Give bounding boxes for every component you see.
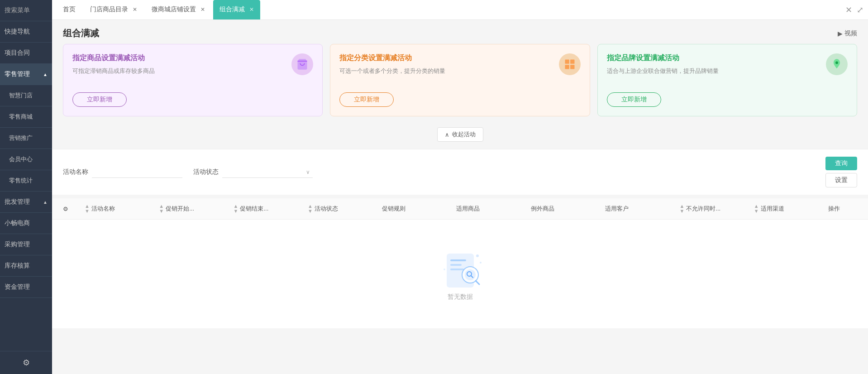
tabbar: 首页 门店商品目录 ✕ 微商城店铺设置 ✕ 组合满减 ✕ ✕ ⤢ <box>52 0 868 20</box>
sidebar-item-wholesale[interactable]: 批发管理 ▲ <box>0 192 52 213</box>
page-header: 组合满减 ▶ 视频 <box>52 20 868 44</box>
card-category-desc: 可选一个或者多个分类，提升分类的销量 <box>339 67 580 76</box>
svg-rect-7 <box>450 259 466 261</box>
table-header: ⚙ ▲▼ 活动名称 ▲▼ 促销开始... ▲▼ 促销结束... ▲▼ 活动状态 <box>52 198 868 220</box>
sidebar-item-members[interactable]: 会员中心 <box>0 149 52 170</box>
sidebar-item-contract[interactable]: 项目合同 <box>0 43 52 64</box>
sort-status-icon: ▲▼ <box>308 204 313 214</box>
main-content: 首页 门店商品目录 ✕ 微商城店铺设置 ✕ 组合满减 ✕ ✕ ⤢ 组合满减 ▶ … <box>52 0 868 374</box>
empty-illustration <box>438 247 483 288</box>
close-window-icon[interactable]: ✕ <box>845 5 852 15</box>
svg-point-11 <box>465 269 476 280</box>
svg-rect-4 <box>570 65 574 69</box>
card-product-title: 指定商品设置满减活动 <box>72 53 313 63</box>
card-brand-btn[interactable]: 立即新增 <box>607 92 661 107</box>
filter-area: 活动名称 活动状态 ∨ 查询 设置 <box>52 149 868 195</box>
settings-button[interactable]: 设置 <box>825 173 857 187</box>
query-button[interactable]: 查询 <box>825 157 857 170</box>
sort-name-icon: ▲▼ <box>85 204 90 214</box>
wholesale-arrow-icon: ▲ <box>43 200 48 205</box>
filter-name-input[interactable] <box>92 167 182 178</box>
sidebar-item-inventory[interactable]: 库存核算 <box>0 255 52 277</box>
th-name: ▲▼ 活动名称 <box>81 198 155 219</box>
card-category-btn[interactable]: 立即新增 <box>339 92 394 107</box>
sidebar-item-quicknav[interactable]: 快捷导航 <box>0 21 52 43</box>
sidebar-item-finance[interactable]: 资金管理 <box>0 277 52 298</box>
svg-point-5 <box>835 62 838 64</box>
svg-rect-3 <box>565 65 569 69</box>
card-category-title: 指定分类设置满减活动 <box>339 53 580 63</box>
collapse-arrow-icon: ∧ <box>445 131 449 138</box>
card-category-icon <box>559 53 581 75</box>
card-brand-desc: 适合与上游企业联合做营销，提升品牌销量 <box>607 67 848 76</box>
close-combo-discount-icon[interactable]: ✕ <box>249 6 254 13</box>
filter-status-select-wrapper: ∨ <box>222 167 313 178</box>
svg-rect-1 <box>565 60 569 64</box>
filter-status-item: 活动状态 ∨ <box>193 167 313 178</box>
filter-status-select[interactable] <box>222 167 313 178</box>
expand-arrow-icon: ▲ <box>43 72 48 77</box>
card-brand: 指定品牌设置满减活动 适合与上游企业联合做营销，提升品牌销量 立即新增 <box>597 44 857 116</box>
th-rule: 促销规则 <box>378 199 453 218</box>
filter-name-label: 活动名称 <box>63 168 88 176</box>
tab-home[interactable]: 首页 <box>57 0 82 19</box>
card-product-btn[interactable]: 立即新增 <box>72 92 127 107</box>
filter-name-item: 活动名称 <box>63 167 182 178</box>
sidebar-item-retailstats[interactable]: 零售统计 <box>0 170 52 192</box>
svg-line-14 <box>476 281 479 284</box>
sidebar-item-smartstore[interactable]: 智慧门店 <box>0 85 52 106</box>
th-end: ▲▼ 促销结束... <box>230 198 304 219</box>
empty-text: 暂无数据 <box>448 293 473 301</box>
tabbar-actions: ✕ ⤢ <box>845 5 863 15</box>
svg-rect-2 <box>570 60 574 64</box>
table-area: ⚙ ▲▼ 活动名称 ▲▼ 促销开始... ▲▼ 促销结束... ▲▼ 活动状态 <box>52 198 868 328</box>
close-product-catalog-icon[interactable]: ✕ <box>133 6 137 13</box>
empty-state: 暂无数据 <box>52 220 868 328</box>
sidebar-item-retailmall[interactable]: 零售商城 <box>0 106 52 128</box>
collapse-button[interactable]: ∧ 收起活动 <box>437 127 483 142</box>
sidebar-item-retail[interactable]: 零售管理 ▲ <box>0 64 52 85</box>
sort-channel-icon: ▲▼ <box>754 204 759 214</box>
svg-rect-8 <box>450 264 462 266</box>
sidebar-item-purchase[interactable]: 采购管理 <box>0 234 52 255</box>
sidebar-item-marketing[interactable]: 营销推广 <box>0 128 52 149</box>
th-action: 操作 <box>825 199 861 218</box>
svg-rect-9 <box>450 269 464 270</box>
cards-area: 指定商品设置满减活动 可指定滞销商品或库存较多商品 立即新增 指定分类设置满减 <box>52 44 868 124</box>
sort-noconflict-icon: ▲▼ <box>679 204 684 214</box>
card-category: 指定分类设置满减活动 可选一个或者多个分类，提升分类的销量 立即新增 <box>330 44 590 116</box>
card-product-icon <box>291 53 313 75</box>
expand-window-icon[interactable]: ⤢ <box>857 5 863 15</box>
th-exceptions: 例外商品 <box>527 199 601 218</box>
card-brand-title: 指定品牌设置满减活动 <box>607 53 848 63</box>
th-channel: ▲▼ 适用渠道 <box>750 198 825 219</box>
th-settings[interactable]: ⚙ <box>59 200 81 218</box>
close-wechat-store-icon[interactable]: ✕ <box>200 6 205 13</box>
page-content: 组合满减 ▶ 视频 指定商品设置满减活动 <box>52 20 868 374</box>
play-icon: ▶ <box>838 30 843 37</box>
sort-end-icon: ▲▼ <box>234 204 238 214</box>
svg-point-16 <box>480 262 482 264</box>
sidebar-search[interactable]: 搜索菜单 <box>0 0 52 21</box>
table-settings-icon: ⚙ <box>63 206 68 212</box>
settings-icon[interactable]: ⚙ <box>0 351 52 374</box>
collapse-bar: ∧ 收起活动 <box>52 124 868 149</box>
tab-combo-discount[interactable]: 组合满减 ✕ <box>213 0 260 19</box>
sidebar: 搜索菜单 快捷导航 项目合同 零售管理 ▲ 智慧门店 零售商城 营销推广 会员中… <box>0 0 52 374</box>
svg-point-17 <box>444 269 445 270</box>
filter-status-label: 活动状态 <box>193 168 219 176</box>
th-status: ▲▼ 活动状态 <box>304 198 378 219</box>
tab-product-catalog[interactable]: 门店商品目录 ✕ <box>84 0 143 19</box>
tab-wechat-store[interactable]: 微商城店铺设置 ✕ <box>145 0 211 19</box>
th-start: ▲▼ 促销开始... <box>155 198 229 219</box>
sidebar-item-ecommerce[interactable]: 小畅电商 <box>0 213 52 234</box>
video-link[interactable]: ▶ 视频 <box>838 29 857 38</box>
filter-buttons: 查询 设置 <box>825 157 857 187</box>
card-product-desc: 可指定滞销商品或库存较多商品 <box>72 67 313 76</box>
svg-point-15 <box>476 254 479 257</box>
th-products: 适用商品 <box>453 199 527 218</box>
page-title: 组合满减 <box>63 27 99 39</box>
th-noconflict: ▲▼ 不允许同时... <box>676 198 750 219</box>
sort-start-icon: ▲▼ <box>159 204 164 214</box>
th-customers: 适用客户 <box>601 199 676 218</box>
